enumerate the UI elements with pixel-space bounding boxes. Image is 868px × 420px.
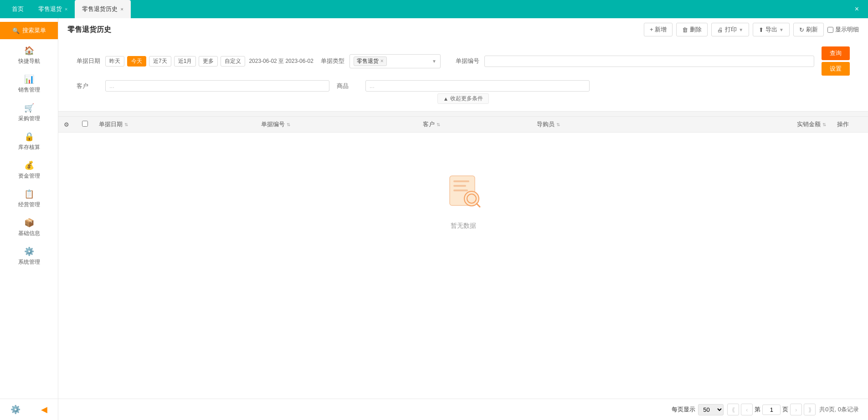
refresh-icon: ↻ [799, 26, 804, 33]
display-toggle-checkbox[interactable] [827, 27, 833, 33]
customer-filter-label: 客户 [77, 82, 102, 90]
delete-icon: 🗑 [682, 26, 688, 33]
th-customer-sort[interactable]: 客户 ⇅ [423, 120, 526, 128]
th-guide-sort[interactable]: 导购员 ⇅ [537, 120, 664, 128]
th-guide-sort-icon: ⇅ [556, 122, 560, 127]
search-icon: 🔍 [12, 27, 20, 34]
page-summary: 共0页, 0条记录 [819, 405, 859, 414]
table-head: ⚙ 单据日期 ⇅ 单据编号 [58, 117, 868, 133]
th-action: 操作 [832, 117, 868, 133]
customer-filter: 客户 ... [77, 80, 329, 92]
sidebar-bottom: ⚙️ ◀ [0, 399, 58, 420]
th-checkbox [77, 117, 93, 133]
inventory-icon: 🔒 [24, 132, 34, 142]
filter-row-1: 单据日期 昨天 今天 近7天 近1月 更多 自定义 2023-06-02 至 2… [77, 46, 850, 76]
collapse-label: 收起更多条件 [450, 95, 483, 102]
sidebar-item-operations[interactable]: 📋 经营管理 [0, 184, 58, 213]
retail-return-history-tab-label: 零售退货历史 [82, 5, 118, 13]
collapse-sidebar-icon[interactable]: ◀ [41, 405, 47, 415]
sidebar-search[interactable]: 🔍 搜索菜单 [0, 22, 58, 39]
purchase-icon: 🛒 [24, 103, 34, 113]
yesterday-btn[interactable]: 昨天 [105, 56, 124, 67]
today-btn[interactable]: 今天 [127, 56, 146, 67]
th-amount-sort-icon: ⇅ [822, 122, 826, 127]
filter-area: 单据日期 昨天 今天 近7天 近1月 更多 自定义 2023-06-02 至 2… [67, 41, 859, 111]
table-settings-icon[interactable]: ⚙ [64, 121, 69, 128]
next-page-btn[interactable]: › [790, 404, 802, 415]
new-button[interactable]: + 新增 [644, 23, 673, 36]
settings-bottom-icon[interactable]: ⚙️ [10, 405, 21, 415]
sys-icon: ⚙️ [24, 246, 34, 256]
action-buttons: 查询 设置 [822, 46, 850, 76]
per-page-select[interactable]: 10 20 50 100 [698, 404, 724, 415]
type-tag: 零售退货 × [354, 56, 387, 66]
export-button[interactable]: ⬆ 导出 ▼ [753, 23, 790, 36]
settings-button[interactable]: 设置 [822, 62, 850, 76]
last-page-btn[interactable]: ⟫ [804, 404, 816, 415]
page-header: 零售退货历史 + 新增 🗑 删除 🖨 打印 ▼ ⬆ 导出 [58, 18, 868, 112]
refresh-button[interactable]: ↻ 刷新 [793, 23, 824, 36]
display-toggle-label: 显示明细 [835, 26, 859, 34]
sidebar-item-inventory[interactable]: 🔒 库存核算 [0, 127, 58, 156]
th-number-sort[interactable]: 单据编号 ⇅ [261, 120, 412, 128]
th-date-sort[interactable]: 单据日期 ⇅ [99, 120, 250, 128]
th-amount-sort[interactable]: 实销金额 ⇅ [675, 120, 826, 128]
th-number-sort-icon: ⇅ [287, 122, 290, 127]
sidebar-item-label-purchase-mgmt: 采购管理 [18, 115, 40, 123]
custom-btn[interactable]: 自定义 [221, 56, 245, 67]
customer-filter-input[interactable]: ... [105, 80, 329, 92]
collapse-icon: ▲ [443, 96, 449, 102]
prev-page-btn[interactable]: ‹ [741, 404, 753, 415]
type-filter-select[interactable]: 零售退货 × ▼ [349, 54, 441, 68]
date-filter-buttons: 昨天 今天 近7天 近1月 更多 自定义 [105, 56, 245, 67]
empty-text: 暂无数据 [451, 222, 476, 230]
retail-return-history-tab-close[interactable]: × [120, 6, 123, 12]
tab-retail-return[interactable]: 零售退货 × [31, 0, 75, 18]
sidebar-item-purchase-mgmt[interactable]: 🛒 采购管理 [0, 98, 58, 127]
th-customer: 客户 ⇅ [417, 117, 531, 133]
sidebar-item-sales-mgmt[interactable]: 📊 销售管理 [0, 70, 58, 98]
sidebar-item-label-sys-mgmt: 系统管理 [18, 258, 40, 266]
more-btn[interactable]: 更多 [199, 56, 218, 67]
tab-retail-return-history[interactable]: 零售退货历史 × [75, 0, 130, 18]
goods-filter-input[interactable]: ... [365, 80, 590, 92]
tab-bar: 首页 零售退货 × 零售退货历史 × [5, 0, 850, 18]
sidebar-item-label-basic-info: 基础信息 [18, 230, 40, 237]
type-select-chevron: ▼ [432, 59, 437, 64]
query-button[interactable]: 查询 [822, 46, 850, 60]
sidebar-item-sys-mgmt[interactable]: ⚙️ 系统管理 [0, 242, 58, 271]
delete-button[interactable]: 🗑 删除 [676, 23, 708, 36]
main-layout: 🔍 搜索菜单 🏠 快捷导航 📊 销售管理 🛒 采购管理 🔒 库存核算 💰 资金管… [0, 18, 868, 420]
last7days-btn[interactable]: 近7天 [149, 56, 171, 67]
th-customer-label: 客户 [423, 120, 435, 128]
last1month-btn[interactable]: 近1月 [174, 56, 196, 67]
table-body: 暂无数据 [58, 133, 868, 267]
number-filter-input[interactable] [484, 56, 814, 67]
sidebar-item-label-inventory: 库存核算 [18, 143, 40, 151]
th-amount: 实销金额 ⇅ [669, 117, 832, 133]
window-close-button[interactable]: × [850, 5, 863, 13]
goods-filter-label: 商品 [337, 82, 362, 90]
first-page-btn[interactable]: ⟪ [727, 404, 739, 415]
th-guide: 导购员 ⇅ [531, 117, 669, 133]
sidebar-item-label-sales-mgmt: 销售管理 [18, 86, 40, 94]
type-tag-close[interactable]: × [380, 58, 384, 64]
page-input[interactable] [762, 405, 781, 415]
print-button[interactable]: 🖨 打印 ▼ [711, 23, 749, 36]
retail-return-tab-close[interactable]: × [65, 6, 67, 12]
th-settings: ⚙ [58, 117, 77, 133]
sidebar-item-finance[interactable]: 💰 资金管理 [0, 156, 58, 184]
basic-info-icon: 📦 [24, 218, 34, 228]
date-filter-label: 单据日期 [77, 57, 102, 65]
home-tab-label: 首页 [12, 5, 24, 13]
tab-home[interactable]: 首页 [5, 0, 31, 18]
goods-placeholder: ... [370, 82, 375, 89]
collapse-button[interactable]: ▲ 收起更多条件 [437, 93, 489, 104]
th-number: 单据编号 ⇅ [256, 117, 418, 133]
type-filter: 单据类型 零售退货 × ▼ [321, 54, 448, 68]
retail-return-tab-label: 零售退货 [38, 5, 62, 13]
th-guide-label: 导购员 [537, 120, 555, 128]
sidebar-item-quick-nav[interactable]: 🏠 快捷导航 [0, 41, 58, 70]
sidebar-item-basic-info[interactable]: 📦 基础信息 [0, 213, 58, 242]
select-all-checkbox[interactable] [82, 121, 88, 127]
